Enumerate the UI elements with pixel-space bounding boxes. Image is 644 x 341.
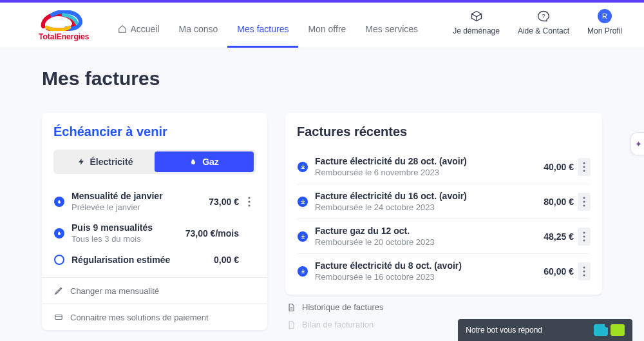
svg-point-11 — [583, 204, 585, 206]
schedule-row-amount: 73,00 € — [205, 197, 243, 207]
invoice-amount: 48,25 € — [540, 231, 578, 242]
invoice-amount: 80,00 € — [540, 197, 578, 207]
schedule-row-title: Puis 9 mensualités — [71, 222, 182, 233]
row-menu-button[interactable] — [243, 193, 256, 211]
nav-services[interactable]: Mes services — [355, 24, 428, 48]
tab-electricity[interactable]: Électricité — [55, 151, 155, 172]
brand-name: TotalEnergies — [39, 32, 89, 41]
row-menu-button[interactable] — [578, 158, 591, 176]
schedule-row-amount: 0,00 € — [210, 255, 243, 265]
download-icon[interactable] — [297, 161, 308, 173]
page-title: Mes factures — [42, 68, 602, 90]
card-schedule: Échéancier à venir Électricité Gaz — [42, 113, 267, 330]
svg-point-8 — [583, 170, 585, 171]
svg-text:?: ? — [542, 13, 545, 19]
box-icon — [469, 9, 484, 23]
download-icon[interactable] — [297, 231, 308, 242]
flame-icon — [189, 158, 197, 166]
invoice-title: Facture électricité du 8 oct. (avoir) — [315, 260, 540, 271]
svg-point-17 — [583, 274, 585, 276]
invoice-amount: 40,00 € — [540, 162, 578, 172]
schedule-row: Régularisation estimée 0,00 € — [53, 249, 256, 271]
row-menu-button[interactable] — [578, 193, 591, 211]
invoice-amount: 60,00 € — [540, 266, 578, 277]
avatar: R — [598, 9, 612, 23]
recent-title: Factures récentes — [297, 124, 591, 139]
chatbot-bar[interactable]: Notre bot vous répond — [458, 319, 632, 341]
totalenergies-logo-icon — [39, 10, 84, 31]
document-icon — [287, 320, 296, 329]
header: TotalEnergies Accueil Ma conso Mes factu… — [0, 3, 644, 48]
chat-bubbles-icon — [594, 324, 625, 336]
invoice-row: Facture gaz du 12 oct. Remboursée le 20 … — [297, 219, 591, 253]
help-icon: ? — [536, 9, 551, 23]
invoice-row: Facture électricité du 8 oct. (avoir) Re… — [297, 253, 591, 288]
invoice-title: Facture électricité du 16 oct. (avoir) — [315, 191, 540, 201]
bolt-icon — [77, 158, 85, 166]
sparkle-icon: ✦ — [635, 139, 642, 149]
header-actions: Je déménage ? Aide & Contact R Mon Profi… — [444, 3, 631, 48]
svg-point-13 — [583, 235, 585, 237]
nav-conso[interactable]: Ma conso — [169, 24, 228, 48]
nav-home[interactable]: Accueil — [108, 24, 169, 48]
flame-bullet-outline-icon — [53, 254, 65, 266]
action-profile[interactable]: R Mon Profil — [578, 9, 631, 35]
download-icon[interactable] — [297, 266, 308, 277]
main-nav: Accueil Ma conso Mes factures Mon offre … — [108, 3, 428, 48]
link-payment-solutions[interactable]: Connaitre mes solutions de paiement — [42, 304, 267, 330]
row-menu-button[interactable] — [578, 228, 591, 246]
flame-bullet-icon — [53, 228, 65, 239]
schedule-row-subtitle: Prélevée le janvier — [71, 202, 205, 212]
svg-point-12 — [583, 231, 585, 233]
energy-tabs: Électricité Gaz — [53, 150, 256, 174]
action-move[interactable]: Je déménage — [444, 9, 509, 35]
home-icon — [118, 24, 127, 34]
svg-point-9 — [583, 197, 585, 199]
nav-offre[interactable]: Mon offre — [298, 24, 355, 48]
svg-point-2 — [248, 200, 250, 202]
schedule-title: Échéancier à venir — [53, 124, 256, 139]
schedule-row: Puis 9 mensualités Tous les 3 du mois 73… — [53, 217, 256, 249]
svg-rect-4 — [55, 315, 62, 320]
side-widget-toggle[interactable]: ✦ — [630, 132, 644, 155]
row-menu-button[interactable] — [578, 262, 591, 280]
schedule-row: Mensualité de janvier Prélevée le janvie… — [53, 186, 256, 217]
nav-factures[interactable]: Mes factures — [227, 24, 298, 48]
invoice-title: Facture électricité du 28 oct. (avoir) — [315, 156, 540, 166]
svg-point-6 — [583, 162, 585, 164]
svg-point-15 — [583, 266, 585, 268]
brand-logo[interactable]: TotalEnergies — [39, 10, 89, 48]
link-invoice-history[interactable]: Historique de factures — [285, 302, 602, 312]
document-icon — [287, 303, 296, 312]
invoice-subtitle: Remboursée le 24 octobre 2023 — [315, 202, 540, 212]
invoice-subtitle: Remboursée le 20 octobre 2023 — [315, 237, 540, 247]
chatbot-label: Notre bot vous répond — [466, 326, 542, 335]
svg-point-10 — [583, 200, 585, 202]
schedule-row-title: Mensualité de janvier — [71, 191, 205, 201]
download-icon[interactable] — [297, 196, 308, 208]
schedule-row-title: Régularisation estimée — [71, 255, 210, 265]
invoice-row: Facture électricité du 28 oct. (avoir) R… — [297, 150, 591, 184]
card-recent-invoices: Factures récentes Facture électricité du… — [285, 113, 602, 295]
link-change-monthly[interactable]: Changer ma mensualité — [42, 277, 267, 304]
invoice-subtitle: Remboursée le 16 octobre 2023 — [315, 272, 540, 282]
invoice-subtitle: Remboursée le 6 novembre 2023 — [315, 168, 540, 177]
card-icon — [53, 312, 64, 322]
invoice-title: Facture gaz du 12 oct. — [315, 226, 540, 236]
action-help[interactable]: ? Aide & Contact — [509, 9, 578, 35]
svg-point-7 — [583, 166, 585, 168]
nav-home-label: Accueil — [130, 24, 159, 34]
invoice-row: Facture électricité du 16 oct. (avoir) R… — [297, 184, 591, 219]
pencil-icon — [53, 286, 64, 296]
tab-gas[interactable]: Gaz — [155, 151, 254, 172]
svg-point-3 — [248, 204, 250, 206]
schedule-row-amount: 73,00 €/mois — [182, 228, 243, 239]
svg-point-14 — [583, 239, 585, 241]
flame-bullet-icon — [53, 196, 65, 208]
svg-point-1 — [248, 197, 250, 199]
svg-point-16 — [583, 270, 585, 272]
schedule-row-subtitle: Tous les 3 du mois — [71, 234, 182, 244]
